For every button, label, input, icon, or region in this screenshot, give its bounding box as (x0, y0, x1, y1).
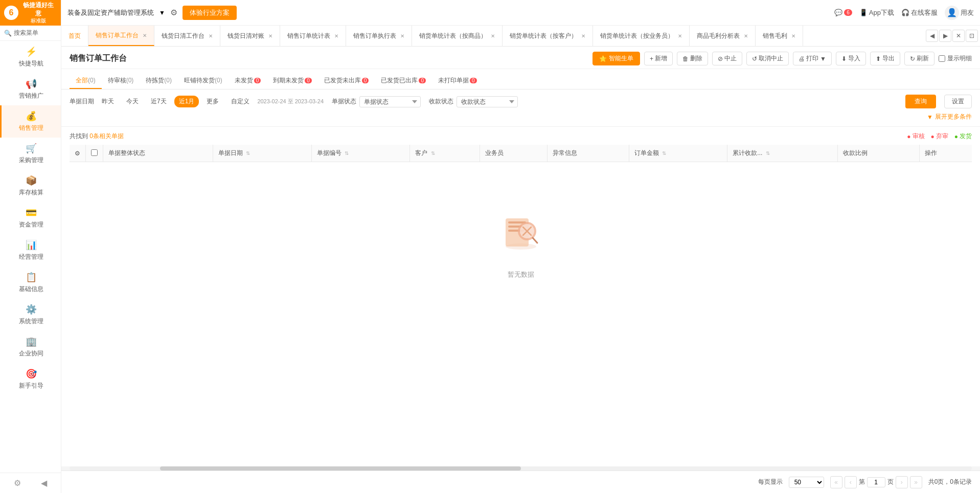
show-detail-checkbox-label[interactable]: 显示明细 (939, 54, 972, 63)
tab-sales-exec[interactable]: 销售订单执行表 ✕ (346, 26, 412, 46)
date-btn-this-month[interactable]: 近1月 (174, 96, 199, 107)
industry-btn[interactable]: 体验行业方案 (183, 6, 237, 20)
delete-btn[interactable]: 🗑 删除 (677, 52, 708, 65)
sub-tab-unprinted[interactable]: 未打印单据0 (432, 73, 483, 89)
sub-tab-shipped-not-out[interactable]: 已发货未出库0 (318, 73, 375, 89)
show-detail-checkbox[interactable] (939, 55, 945, 62)
refresh-btn[interactable]: ↻ 刷新 (904, 52, 935, 65)
col-staff[interactable]: 业务员 (480, 145, 548, 162)
sidebar-item-sales[interactable]: 💰 销售管理 (0, 105, 61, 138)
sidebar-item-search[interactable]: 🔍 搜索菜单 (0, 26, 61, 41)
tab-sales-workbench[interactable]: 销售订单工作台 ✕ (88, 26, 154, 46)
prev-page-btn[interactable]: ‹ (845, 476, 857, 488)
tab-home[interactable]: 首页 (61, 26, 88, 46)
cancel-review-op-btn[interactable]: ● 弃审 (931, 132, 948, 141)
page-input[interactable] (867, 477, 885, 487)
status-select[interactable]: 单据状态 (359, 96, 421, 107)
tab-maximize-btn[interactable]: ⊡ (966, 30, 978, 42)
sidebar-item-quick-nav[interactable]: ⚡ 快捷导航 (0, 41, 61, 73)
tab-close-icon[interactable]: ✕ (334, 33, 338, 39)
sidebar-item-finance[interactable]: 💳 资金管理 (0, 202, 61, 234)
tab-sales-increase[interactable]: 销售毛利 ✕ (756, 26, 803, 46)
tab-close-icon[interactable]: ✕ (268, 33, 272, 39)
sub-tab-expired-unshipped[interactable]: 到期未发货0 (267, 73, 318, 89)
date-btn-custom[interactable]: 自定义 (226, 96, 254, 107)
date-btn-more[interactable]: 更多 (202, 96, 223, 107)
sidebar-item-purchase[interactable]: 🛒 采购管理 (0, 138, 61, 170)
tab-close-icon[interactable]: ✕ (581, 33, 585, 39)
sidebar-item-inventory[interactable]: 📦 库存核算 (0, 170, 61, 202)
tab-sales-stat[interactable]: 销售订单统计表 ✕ (280, 26, 346, 46)
review-op-btn[interactable]: ● 审核 (907, 132, 924, 141)
col-amount[interactable]: 订单金额 ⇅ (629, 145, 727, 162)
col-customer[interactable]: 客户 ⇅ (410, 145, 480, 162)
app-name: 畅捷通好生意 标准版 (20, 2, 57, 24)
scrollbar-thumb[interactable] (160, 466, 521, 470)
last-page-btn[interactable]: » (910, 476, 922, 488)
col-date[interactable]: 单据日期 ⇅ (213, 145, 311, 162)
sidebar-item-system[interactable]: ⚙️ 系统管理 (0, 299, 61, 331)
query-btn[interactable]: 查询 (905, 95, 936, 108)
sub-tab-pending-review[interactable]: 待审核(0) (102, 73, 140, 89)
collapse-icon[interactable]: ◀ (41, 478, 47, 488)
tab-cash-daily[interactable]: 钱货日清工作台 ✕ (154, 26, 220, 46)
tab-sales-stat-staff[interactable]: 销货单统计表（按业务员） ✕ (593, 26, 690, 46)
sidebar-label: 销售管理 (19, 124, 43, 132)
topbar-gear-icon[interactable]: ⚙ (170, 8, 177, 17)
tab-sales-stat-customer[interactable]: 销货单统计表（按客户） ✕ (503, 26, 593, 46)
settings-bottom-icon[interactable]: ⚙ (14, 478, 21, 488)
tab-close-all-btn[interactable]: ✕ (952, 30, 965, 42)
payment-select[interactable]: 收款状态 (457, 96, 518, 107)
print-btn[interactable]: 🖨 打印 ▼ (793, 52, 832, 65)
set-btn[interactable]: 设置 (944, 95, 972, 108)
cancel-stop-btn[interactable]: ↺ 取消中止 (746, 52, 789, 65)
sidebar-item-operations[interactable]: 📊 经营管理 (0, 234, 61, 266)
sidebar-item-basic-info[interactable]: 📋 基础信息 (0, 266, 61, 299)
col-number[interactable]: 单据编号 ⇅ (311, 145, 410, 162)
page-size-select[interactable]: 10 20 50 100 (789, 477, 824, 488)
user-action[interactable]: 👤 用友 (945, 6, 974, 20)
date-btn-today[interactable]: 今天 (122, 96, 143, 107)
message-action[interactable]: 💬 6 (834, 9, 852, 16)
ship-op-btn[interactable]: ● 发货 (954, 132, 972, 141)
sub-tab-all[interactable]: 全部(0) (70, 73, 102, 89)
tab-close-icon[interactable]: ✕ (143, 33, 147, 38)
import-btn[interactable]: ⬇ 导入 (836, 52, 866, 65)
app-download-action[interactable]: 📱 App下载 (859, 8, 894, 17)
sub-tab-shipped-out[interactable]: 已发货已出库0 (375, 73, 432, 89)
col-collected[interactable]: 累计收款... ⇅ (727, 145, 838, 162)
sidebar-item-enterprise[interactable]: 🏢 企业协同 (0, 331, 61, 363)
sidebar-item-guide[interactable]: 🎯 新手引导 (0, 363, 61, 395)
sub-tabs: 全部(0) 待审核(0) 待拣货(0) 旺铺待发货(0) 未发货0 到期未发货0… (61, 69, 980, 89)
sub-tab-pending-inspect[interactable]: 待拣货(0) (140, 73, 178, 89)
smart-generate-btn[interactable]: ⭐ 智能生单 (592, 52, 640, 65)
tab-close-icon[interactable]: ✕ (678, 33, 682, 39)
tab-sales-stat-product[interactable]: 销货单统计表（按商品） ✕ (412, 26, 503, 46)
select-all-checkbox[interactable] (91, 149, 98, 156)
tab-cash-ledger[interactable]: 钱货日清对账 ✕ (220, 26, 280, 46)
date-btn-yesterday[interactable]: 昨天 (97, 96, 119, 107)
sub-tab-unshipped[interactable]: 未发货0 (229, 73, 267, 89)
sub-tab-wangpu-ship[interactable]: 旺铺待发货(0) (178, 73, 229, 89)
add-btn[interactable]: + 新增 (644, 52, 673, 65)
tab-close-icon[interactable]: ✕ (744, 33, 748, 39)
tab-close-icon[interactable]: ✕ (209, 33, 213, 39)
tab-prev-btn[interactable]: ◀ (926, 30, 938, 42)
next-page-btn[interactable]: › (896, 476, 908, 488)
tab-close-icon[interactable]: ✕ (491, 33, 495, 39)
tab-close-icon[interactable]: ✕ (400, 33, 404, 39)
sidebar-item-marketing[interactable]: 📢 营销推广 (0, 73, 61, 105)
first-page-btn[interactable]: « (830, 476, 842, 488)
stop-btn[interactable]: ⊘ 中止 (712, 52, 742, 65)
tab-gross-profit[interactable]: 商品毛利分析表 ✕ (690, 26, 756, 46)
online-service-action[interactable]: 🎧 在线客服 (901, 8, 938, 17)
export-btn[interactable]: ⬆ 导出 (870, 52, 900, 65)
col-gear-icon[interactable]: ⚙ (75, 150, 80, 157)
tab-next-btn[interactable]: ▶ (939, 30, 951, 42)
expand-filter-btn[interactable]: ▼ 展开更多条件 (927, 113, 972, 121)
tab-close-icon[interactable]: ✕ (791, 33, 795, 39)
date-btn-last7[interactable]: 近7天 (146, 96, 171, 107)
cancel-stop-icon: ↺ (752, 55, 757, 62)
horizontal-scrollbar[interactable] (70, 466, 972, 470)
tab-label: 销售订单工作台 (96, 31, 139, 40)
